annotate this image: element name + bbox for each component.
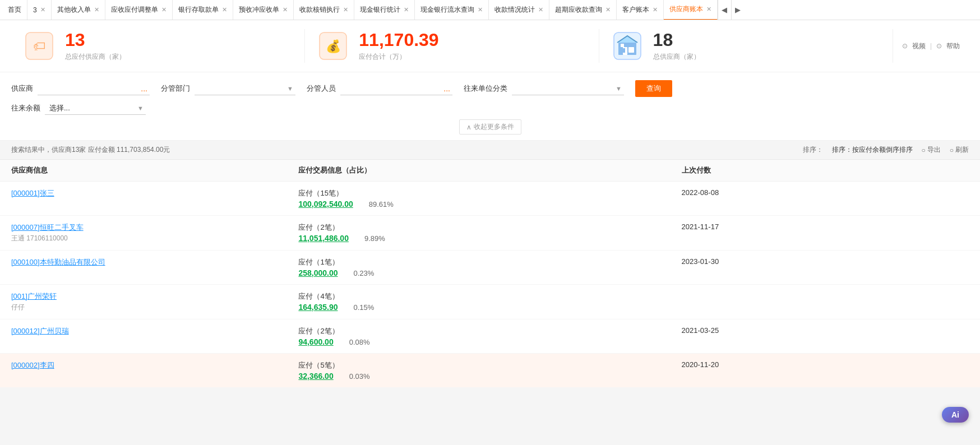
filter-row-2: 往来余额 选择... ▼: [11, 101, 969, 115]
export-button[interactable]: ○ 导出: [922, 145, 941, 155]
close-icon[interactable]: ✕: [653, 6, 658, 13]
table-row: [000007]恒旺二手叉车 王通 17106110000 应付（2笔） 11,…: [0, 216, 980, 251]
svg-text:🏷: 🏷: [33, 39, 45, 53]
col-transaction-0: 应付（15笔） 100,092,540.00 89.61%: [298, 188, 681, 208]
close-icon[interactable]: ✕: [538, 6, 543, 13]
nav-tab-3[interactable]: 3 ✕: [27, 0, 52, 20]
store-icon: [611, 29, 644, 63]
table-row: [000100]本特勤油品有限公司 应付（1笔） 258,000.00 0.23…: [0, 251, 980, 285]
search-button[interactable]: 查询: [635, 80, 672, 97]
col-transaction-5: 应付（5笔） 32,366.00 0.03%: [298, 360, 681, 381]
nav-tab-label-collection: 收款核销执行: [299, 5, 340, 15]
balance-filter-label: 往来余额: [11, 103, 40, 113]
trans-label-0: 应付（15笔）: [298, 188, 681, 198]
svg-rect-9: [623, 48, 625, 53]
supplier-link-5[interactable]: [000002]李四: [11, 360, 298, 370]
close-icon[interactable]: ✕: [404, 6, 409, 13]
supplier-link-4[interactable]: [000012]广州贝瑞: [11, 326, 298, 336]
close-icon[interactable]: ✕: [94, 6, 99, 13]
nav-tab-adjustment[interactable]: 应收应付调整单 ✕: [105, 0, 173, 20]
supplier-link-0[interactable]: [000001]张三: [11, 188, 298, 198]
refresh-icon: ○: [950, 146, 954, 154]
close-icon[interactable]: ✕: [343, 6, 348, 13]
balance-select[interactable]: 选择...: [45, 101, 146, 115]
category-select-wrap: ▼: [512, 82, 624, 95]
close-icon[interactable]: ✕: [283, 6, 288, 13]
trans-amount-4[interactable]: 94,600.00: [298, 337, 333, 346]
nav-tab-overdue[interactable]: 超期应收款查询 ✕: [549, 0, 617, 20]
close-icon[interactable]: ✕: [222, 6, 227, 13]
trans-amount-5[interactable]: 32,366.00: [298, 372, 333, 381]
nav-tab-cash-flow[interactable]: 现金银行流水查询 ✕: [415, 0, 489, 20]
nav-arrow-left[interactable]: ◀: [718, 0, 731, 20]
balance-select-wrap: 选择... ▼: [45, 101, 146, 115]
supplier-sub-1: 王通 17106110000: [11, 234, 298, 243]
collapse-button[interactable]: ∧ 收起更多条件: [459, 119, 521, 135]
nav-tab-label-cash-bank-stat: 现金银行统计: [360, 5, 400, 15]
nav-tab-label-overdue: 超期应收款查询: [555, 5, 602, 15]
col-lastpay-1: 2021-11-17: [682, 222, 969, 231]
nav-tab-bank-deposit[interactable]: 银行存取款单 ✕: [173, 0, 233, 20]
nav-tab-advance[interactable]: 预收冲应收单 ✕: [233, 0, 294, 20]
col-supplier-4: [000012]广州贝瑞: [11, 326, 298, 337]
trans-row-0: 100,092,540.00 89.61%: [298, 198, 681, 208]
close-icon[interactable]: ✕: [478, 6, 483, 13]
supplier-dots[interactable]: ...: [141, 84, 147, 93]
col-lastpay-2: 2023-01-30: [682, 257, 969, 266]
table-header: 供应商信息 应付交易信息（占比） 上次付数: [0, 160, 980, 182]
summary-item-total-suppliers: 18 总供应商（家）: [599, 29, 893, 63]
export-label: 导出: [927, 145, 941, 155]
supplier-filter-label: 供应商: [11, 84, 33, 94]
help-link[interactable]: 帮助: [946, 41, 960, 51]
trans-row-1: 11,051,486.00 9.89%: [298, 233, 681, 243]
trans-amount-1[interactable]: 11,051,486.00: [298, 234, 349, 243]
filter-area: 供应商 ... 分管部门 ▼ 分管人员 ... 往来单位分类: [0, 72, 980, 141]
payable-suppliers-number: 13: [65, 30, 126, 50]
close-icon[interactable]: ✕: [706, 6, 711, 13]
trans-amount-3[interactable]: 164,635.90: [298, 303, 338, 312]
category-select[interactable]: [512, 82, 624, 95]
trans-label-2: 应付（1笔）: [298, 257, 681, 267]
table-row: [000001]张三 应付（15笔） 100,092,540.00 89.61%…: [0, 182, 980, 216]
total-payable-label: 应付合计（万）: [359, 52, 438, 62]
trans-amount-2[interactable]: 258,000.00: [298, 268, 338, 277]
main-content: 供应商信息 应付交易信息（占比） 上次付数 [000001]张三 应付（15笔）…: [0, 160, 980, 388]
nav-tab-cash-bank-stat[interactable]: 现金银行统计 ✕: [354, 0, 415, 20]
nav-tab-payment-stat[interactable]: 收款情况统计 ✕: [489, 0, 549, 20]
dept-select-wrap: ▼: [195, 82, 295, 95]
supplier-link-3[interactable]: [001]广州荣轩: [11, 291, 298, 302]
filter-dept: 分管部门 ▼: [161, 82, 295, 95]
nav-tab-label-3: 3: [33, 6, 37, 14]
video-link[interactable]: 视频: [912, 41, 926, 51]
nav-tab-customer-ledger[interactable]: 客户账本 ✕: [617, 0, 664, 20]
dept-filter-label: 分管部门: [161, 84, 190, 94]
supplier-link-1[interactable]: [000007]恒旺二手叉车: [11, 222, 298, 233]
filter-category: 往来单位分类 ▼: [464, 82, 624, 95]
trans-amount-0[interactable]: 100,092,540.00: [298, 200, 353, 208]
refresh-button[interactable]: ○ 刷新: [950, 145, 969, 155]
dept-select[interactable]: [195, 82, 295, 95]
nav-arrow-right[interactable]: ▶: [731, 0, 745, 20]
trans-row-5: 32,366.00 0.03%: [298, 370, 681, 381]
col-transaction-4: 应付（2笔） 94,600.00 0.08%: [298, 326, 681, 346]
summary-actions: ⊙ 视频 | ⊙ 帮助: [893, 41, 969, 51]
close-icon[interactable]: ✕: [40, 6, 45, 13]
person-dots[interactable]: ...: [443, 84, 450, 93]
filter-row-1: 供应商 ... 分管部门 ▼ 分管人员 ... 往来单位分类: [11, 80, 969, 97]
supplier-input[interactable]: [38, 82, 150, 95]
close-icon[interactable]: ✕: [161, 6, 167, 13]
sort-link[interactable]: 排序：按应付余额倒序排序: [832, 145, 913, 155]
nav-tab-other-income[interactable]: 其他收入单 ✕: [52, 0, 105, 20]
person-input[interactable]: [340, 82, 452, 95]
col-transaction-2: 应付（1笔） 258,000.00 0.23%: [298, 257, 681, 277]
nav-tab-supplier-ledger[interactable]: 供应商账本 ✕: [664, 0, 718, 20]
close-icon[interactable]: ✕: [605, 6, 611, 13]
trans-label-4: 应付（2笔）: [298, 326, 681, 336]
trans-row-3: 164,635.90 0.15%: [298, 302, 681, 312]
nav-tab-collection[interactable]: 收款核销执行 ✕: [294, 0, 354, 20]
col-transaction-1: 应付（2笔） 11,051,486.00 9.89%: [298, 222, 681, 243]
supplier-link-2[interactable]: [000100]本特勤油品有限公司: [11, 257, 298, 267]
nav-tab-home[interactable]: 首页: [2, 0, 27, 20]
trans-label-5: 应付（5笔）: [298, 360, 681, 370]
refresh-label: 刷新: [955, 145, 969, 155]
